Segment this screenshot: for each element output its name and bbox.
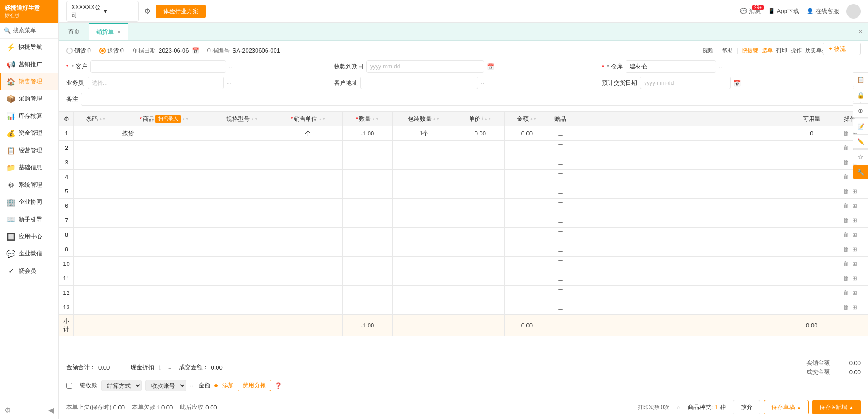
row-unit-1[interactable] (274, 141, 343, 155)
row-barcode-9[interactable] (74, 257, 118, 271)
row-gift-9[interactable] (549, 257, 572, 271)
row-unit-11[interactable] (274, 286, 343, 300)
row-unit-7[interactable] (274, 228, 343, 242)
delivery-calendar-icon[interactable]: 📅 (733, 80, 741, 87)
row-unit-price-0[interactable]: 0.00 (456, 126, 504, 141)
row-pkg-qty-12[interactable] (392, 300, 456, 315)
rp-btn-3[interactable]: ⊕ (853, 103, 868, 118)
row-unit-price-6[interactable] (456, 213, 504, 228)
scan-btn[interactable]: 扫码录入 (155, 115, 181, 123)
sidebar-item-13[interactable]: ✓畅会员 (0, 262, 58, 279)
row-pkg-qty-6[interactable] (392, 213, 456, 228)
row-gift-2[interactable] (549, 155, 572, 170)
row-product-8[interactable] (118, 242, 210, 257)
select-btn[interactable]: 选单 (762, 47, 773, 54)
copy-icon-5[interactable]: ⊞ (852, 202, 857, 209)
sidebar-search[interactable]: 🔍 搜索菜单 (0, 23, 58, 39)
row-qty-8[interactable] (343, 242, 393, 257)
row-amount-12[interactable] (504, 300, 549, 315)
copy-icon-12[interactable]: ⊞ (852, 304, 857, 311)
sidebar-item-9[interactable]: 🏢企业协同 (0, 193, 58, 211)
row-pkg-qty-0[interactable]: 1个 (392, 126, 456, 141)
gift-checkbox-4[interactable] (558, 188, 563, 194)
gift-checkbox-0[interactable] (558, 130, 563, 136)
row-qty-5[interactable] (343, 199, 393, 213)
row-product-0[interactable]: 拣货 (118, 126, 210, 141)
row-product-11[interactable] (118, 286, 210, 300)
operation-btn[interactable]: 操作 (791, 47, 802, 54)
row-pkg-qty-9[interactable] (392, 257, 456, 271)
row-gift-4[interactable] (549, 184, 572, 199)
delete-icon-11[interactable]: 🗑 (843, 289, 849, 296)
row-product-4[interactable] (118, 184, 210, 199)
row-barcode-3[interactable] (74, 170, 118, 184)
row-amount-8[interactable] (504, 242, 549, 257)
video-btn[interactable]: 视频 (703, 47, 713, 54)
row-spec-5[interactable] (210, 199, 274, 213)
row-amount-5[interactable] (504, 199, 549, 213)
tab-sale-order[interactable]: 销货单 × (89, 23, 128, 40)
sidebar-item-2[interactable]: 🏠销售管理 (0, 73, 58, 90)
gift-checkbox-12[interactable] (558, 304, 563, 310)
delete-icon-6[interactable]: 🗑 (843, 217, 849, 224)
row-unit-price-12[interactable] (456, 300, 504, 315)
row-gift-8[interactable] (549, 242, 572, 257)
copy-icon-7[interactable]: ⊞ (852, 231, 857, 238)
row-qty-11[interactable] (343, 286, 393, 300)
sidebar-item-8[interactable]: ⚙系统管理 (0, 176, 58, 193)
row-barcode-5[interactable] (74, 199, 118, 213)
shortcut-btn[interactable]: 快捷键 (742, 47, 758, 54)
row-gift-0[interactable] (549, 126, 572, 141)
row-barcode-8[interactable] (74, 242, 118, 257)
gift-checkbox-9[interactable] (558, 260, 563, 266)
copy-icon-8[interactable]: ⊞ (852, 246, 857, 253)
delete-icon-8[interactable]: 🗑 (843, 246, 849, 253)
row-gift-1[interactable] (549, 141, 572, 155)
print-btn[interactable]: 打印 (776, 47, 787, 54)
row-spec-7[interactable] (210, 228, 274, 242)
gift-checkbox-11[interactable] (558, 289, 563, 295)
row-unit-6[interactable] (274, 213, 343, 228)
row-spec-1[interactable] (210, 141, 274, 155)
sidebar-item-1[interactable]: 📢营销推广 (0, 56, 58, 73)
sidebar-item-12[interactable]: 💬企业微信 (0, 245, 58, 262)
row-unit-12[interactable] (274, 300, 343, 315)
row-pkg-qty-7[interactable] (392, 228, 456, 242)
row-pkg-qty-4[interactable] (392, 184, 456, 199)
row-unit-2[interactable] (274, 155, 343, 170)
row-pkg-qty-5[interactable] (392, 199, 456, 213)
row-qty-12[interactable] (343, 300, 393, 315)
tab-close-icon[interactable]: × (117, 29, 121, 35)
gift-checkbox-5[interactable] (558, 202, 563, 208)
row-barcode-6[interactable] (74, 213, 118, 228)
copy-icon-9[interactable]: ⊞ (852, 260, 857, 267)
row-gift-7[interactable] (549, 228, 572, 242)
row-gift-11[interactable] (549, 286, 572, 300)
avatar[interactable] (846, 4, 861, 19)
rp-btn-7[interactable]: 🔧 (853, 165, 868, 179)
row-pkg-qty-8[interactable] (392, 242, 456, 257)
message-action[interactable]: 💬 消息 99+ (740, 7, 761, 15)
row-barcode-12[interactable] (74, 300, 118, 315)
row-spec-11[interactable] (210, 286, 274, 300)
customer-address-input[interactable] (360, 77, 478, 89)
address-dots-icon[interactable]: ··· (481, 80, 486, 87)
gift-checkbox-3[interactable] (558, 173, 563, 179)
row-spec-0[interactable] (210, 126, 274, 141)
one-click-pay-input[interactable] (66, 383, 72, 389)
row-unit-0[interactable]: 个 (274, 126, 343, 141)
expected-delivery-input[interactable]: yyyy-mm-dd (640, 77, 731, 89)
copy-icon-4[interactable]: ⊞ (852, 188, 857, 195)
notes-input[interactable] (81, 93, 861, 106)
receive-date-input[interactable]: yyyy-mm-dd (366, 60, 484, 73)
row-qty-2[interactable] (343, 155, 393, 170)
row-pkg-qty-10[interactable] (392, 271, 456, 286)
row-amount-4[interactable] (504, 184, 549, 199)
one-click-pay-checkbox[interactable]: 一键收款 (66, 381, 97, 390)
save-draft-btn[interactable]: 保存草稿 ▲ (764, 400, 809, 414)
row-unit-price-4[interactable] (456, 184, 504, 199)
row-qty-10[interactable] (343, 271, 393, 286)
add-icon[interactable]: ● (214, 381, 218, 390)
row-gift-12[interactable] (549, 300, 572, 315)
help-btn[interactable]: 帮助 (722, 47, 733, 54)
